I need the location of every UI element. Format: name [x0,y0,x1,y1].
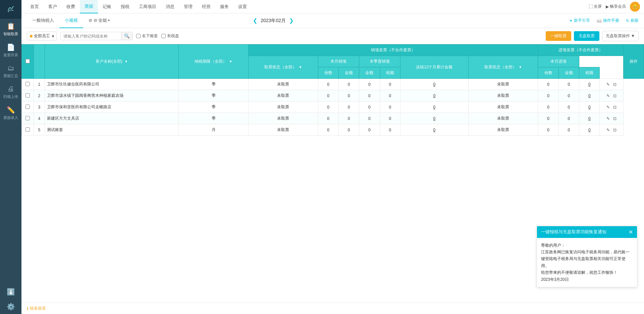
customer-filter-icon[interactable]: ▼ [124,60,128,63]
user-avatar[interactable]: 😊 [630,2,640,12]
sidebar-item-invoice-entry[interactable]: ✏️ 票据录入 [0,103,21,124]
row-sale-month-pieces: 0 [318,113,338,124]
one-click-fetch-btn[interactable]: 一键取票 [546,31,571,41]
taxdisc-checkbox-label[interactable]: 有税盘 [161,33,179,39]
nav-tax[interactable]: 报税 [116,0,134,13]
new-guide-link[interactable]: ✦ 新手引导 [569,18,590,23]
notification-close-btn[interactable]: ✕ [629,229,633,235]
tabbar-right-nav: ✦ 新手引导 📖 操作手册 ↻ 刷新 [569,18,639,23]
detail-icon[interactable]: ⊡ [613,82,616,87]
sidebar-item-scan-upload[interactable]: 🖨 扫描上传 [0,82,21,103]
row-purchase-month-tax[interactable]: 0 [579,79,600,90]
row-num: 2 [34,90,45,102]
nav-service[interactable]: 服务 [215,0,233,13]
detail-icon[interactable]: ⊡ [613,93,616,98]
invoice-summary-icon: 🗂 [7,64,14,72]
nav-client[interactable]: 客户 [44,0,62,13]
row-purchase-month-tax[interactable]: 0 [579,124,600,136]
notification-popup: 一键报税与无盘取票功能恢复通知 ✕ 尊敬的用户：江苏政务网已恢复访问电子税务局功… [537,226,637,287]
nav-billing[interactable]: 收费 [62,0,80,13]
row-sale-month-amount: 0 [338,90,359,102]
no-disc-ops-btn[interactable]: 无盘取票操作 ▼ [602,31,639,41]
row-cumulative[interactable]: 0 [400,79,468,90]
tab-all[interactable]: ⊘ ⊘ 全能 ▾ [83,13,115,28]
next-month-btn[interactable]: ❯ [289,17,293,24]
sidebar-item-download[interactable]: ⬇️ [0,285,21,299]
detail-icon[interactable]: ⊡ [613,128,616,132]
nav-invoice[interactable]: 票据 [80,0,98,13]
detail-icon[interactable]: ⊡ [613,105,616,110]
no-disc-fetch-btn[interactable]: 无盘取票 [574,31,599,41]
row-checkbox-cell[interactable] [22,113,34,124]
manual-link[interactable]: 📖 操作手册 [597,18,619,23]
row-checkbox[interactable] [25,127,30,132]
sidebar-item-settings[interactable]: ⚙️ [0,299,21,314]
select-all-checkbox[interactable] [25,59,30,63]
row-cumulative[interactable]: 0 [400,102,468,113]
row-quarter-sale-amount: 0 [359,124,380,136]
row-checkbox[interactable] [25,105,30,109]
taxdisc-checkbox[interactable] [161,34,166,38]
sidebar-item-smart-fetch[interactable]: 📋 智能取票 [0,19,21,40]
row-purchase-month-amount: 0 [558,113,579,124]
row-fetch-status-sale: 未取票 [248,79,318,90]
th-purchase-group: 进项发票（不合作废票） [538,45,623,56]
row-checkbox-cell[interactable] [22,124,34,136]
search-input[interactable] [61,33,121,40]
row-checkbox[interactable] [25,82,30,86]
vip-btn[interactable]: ▶ 畅享会员 [606,4,626,9]
th-tax-period: 纳税期限（全部） ▼ [179,45,249,79]
nav-bookkeeping[interactable]: 记账 [98,0,116,13]
row-checkbox[interactable] [25,93,30,98]
nav-operation[interactable]: 经营 [197,0,215,13]
row-purchase-month-tax[interactable]: 0 [579,102,600,113]
row-quarter-sale-tax: 0 [380,79,400,90]
sidebar-item-issue-invoice[interactable]: 📄 发票开具 [0,40,21,61]
edit-icon[interactable]: ✎ [606,82,610,87]
row-fetch-status-sale: 未取票 [248,124,318,136]
row-sale-month-amount: 0 [338,102,359,113]
detail-icon[interactable]: ⊡ [613,116,616,121]
row-cumulative[interactable]: 0 [400,124,468,136]
edit-icon[interactable]: ✎ [606,128,610,132]
account-checkbox[interactable] [136,34,141,38]
purchase-status-filter-icon[interactable]: ▼ [519,65,522,69]
sidebar-item-invoice-summary[interactable]: 🗂 票据汇总 [0,61,21,82]
nav-management[interactable]: 管理 [179,0,197,13]
period-filter-icon[interactable]: ▼ [229,60,232,63]
th-this-quarter-sale: 本季度销项 [359,56,400,67]
search-button[interactable]: 🔍 [121,32,132,40]
nav-items: 首页 客户 收费 票据 记账 报税 工商项目 消息 管理 经营 服务 设置 [25,0,589,13]
tax-policy-link[interactable]: 税务政策 [30,306,46,311]
row-checkbox-cell[interactable] [22,102,34,113]
row-cumulative[interactable]: 0 [400,90,468,102]
nav-business[interactable]: 工商项目 [134,0,161,13]
fullscreen-btn[interactable]: ⛶ 全屏 [589,4,602,9]
notification-body: 尊敬的用户：江苏政务网已恢复访问电子税务局功能，易代账一键登陆电子税务局与无盘取… [537,238,637,287]
edit-icon[interactable]: ✎ [606,93,610,98]
row-fetch-status-purchase: 未取票 [468,79,538,90]
row-checkbox[interactable] [25,116,30,120]
nav-settings[interactable]: 设置 [233,0,252,13]
edit-icon[interactable]: ✎ [606,105,610,110]
nav-home[interactable]: 首页 [25,0,44,13]
sale-status-filter-icon[interactable]: ▼ [299,65,302,69]
table-row: 1 卫辉市玖玖健合医药有限公司 季 未取票 0 0 0 0 0 未取票 0 0 … [22,79,644,90]
refresh-link[interactable]: ↻ 刷新 [626,18,639,23]
row-fetch-status-sale: 未取票 [248,102,318,113]
row-cumulative[interactable]: 0 [400,113,468,124]
edit-icon[interactable]: ✎ [606,116,610,121]
row-checkbox-cell[interactable] [22,90,34,102]
table-row: 5 测试账套 月 未取票 0 0 0 0 0 未取票 0 0 0 ✎ ⊡ [22,124,644,136]
row-checkbox-cell[interactable] [22,79,34,90]
row-purchase-month-tax[interactable]: 0 [579,90,600,102]
row-num: 4 [34,113,45,124]
tab-small[interactable]: 小规模 [59,13,83,28]
account-checkbox-label[interactable]: 名下账套 [136,33,158,39]
nav-message[interactable]: 消息 [161,0,179,13]
employee-select[interactable]: 全部员工 ▾ [27,32,57,41]
row-period: 季 [179,79,249,90]
row-purchase-month-tax[interactable]: 0 [579,113,600,124]
prev-month-btn[interactable]: ❮ [253,17,257,24]
tab-general[interactable]: 一般纳税人 [27,13,59,28]
